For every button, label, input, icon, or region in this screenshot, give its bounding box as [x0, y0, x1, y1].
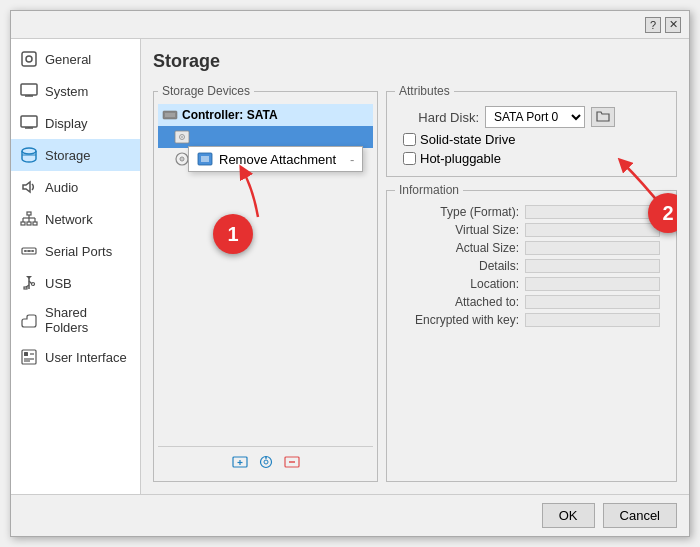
title-bar: ? ✕ — [11, 11, 689, 39]
info-row-encrypted: Encrypted with key: — [395, 311, 660, 329]
svg-point-28 — [32, 283, 35, 286]
sidebar-item-usb-label: USB — [45, 276, 72, 291]
help-button[interactable]: ? — [645, 17, 661, 33]
info-row-actual-size: Actual Size: — [395, 239, 660, 257]
virtual-size-label: Virtual Size: — [395, 223, 525, 237]
close-button[interactable]: ✕ — [665, 17, 681, 33]
controller-label: Controller: SATA — [182, 108, 278, 122]
svg-rect-13 — [27, 222, 31, 225]
info-row-location: Location: — [395, 275, 660, 293]
browse-disk-button[interactable] — [591, 107, 615, 127]
actual-size-value — [525, 241, 660, 255]
hard-disk-row: Hard Disk: SATA Port 0 — [395, 104, 668, 130]
add-hdd-button[interactable] — [229, 451, 251, 473]
location-value — [525, 277, 660, 291]
svg-point-1 — [26, 56, 32, 62]
sidebar-item-shared[interactable]: Shared Folders — [11, 299, 140, 341]
encrypted-value — [525, 313, 660, 327]
attributes-legend: Attributes — [395, 84, 454, 98]
remove-attachment-label[interactable]: Remove Attachment — [219, 152, 336, 167]
svg-rect-5 — [21, 116, 37, 127]
hot-pluggable-label: Hot-pluggable — [420, 151, 501, 166]
svg-point-22 — [24, 250, 26, 252]
sidebar: General System Display — [11, 39, 141, 494]
system-icon — [19, 81, 39, 101]
annotation-1: 1 — [213, 214, 253, 254]
svg-rect-2 — [21, 84, 37, 95]
sidebar-item-display[interactable]: Display — [11, 107, 140, 139]
sidebar-item-network[interactable]: Network — [11, 203, 140, 235]
sidebar-item-shared-label: Shared Folders — [45, 305, 132, 335]
display-icon — [19, 113, 39, 133]
information-legend: Information — [395, 183, 463, 197]
svg-point-24 — [32, 250, 34, 252]
encrypted-label: Encrypted with key: — [395, 313, 525, 327]
svg-rect-11 — [27, 212, 31, 215]
svg-rect-36 — [163, 111, 177, 119]
disk-row[interactable] — [158, 126, 373, 148]
info-row-details: Details: — [395, 257, 660, 275]
storage-devices-fieldset: Storage Devices Controller: SATA — [153, 84, 378, 482]
shared-icon — [19, 310, 39, 330]
svg-rect-30 — [24, 287, 27, 289]
sidebar-item-storage[interactable]: Storage — [11, 139, 140, 171]
add-cdrom-button[interactable] — [255, 451, 277, 473]
attributes-section: Attributes Hard Disk: SATA Port 0 — [386, 84, 677, 482]
actual-size-label: Actual Size: — [395, 241, 525, 255]
sidebar-item-system[interactable]: System — [11, 75, 140, 107]
dialog-footer: OK Cancel — [11, 494, 689, 536]
svg-rect-12 — [21, 222, 25, 225]
storage-devices-section: Storage Devices Controller: SATA — [153, 84, 378, 482]
svg-point-23 — [28, 250, 30, 252]
solid-state-checkbox[interactable] — [403, 133, 416, 146]
hot-pluggable-checkbox[interactable] — [403, 152, 416, 165]
sidebar-item-display-label: Display — [45, 116, 88, 131]
dialog-body: General System Display — [11, 39, 689, 494]
content-area: Storage Devices Controller: SATA — [153, 84, 677, 482]
details-value — [525, 259, 660, 273]
sidebar-item-system-label: System — [45, 84, 88, 99]
remove-button[interactable] — [281, 451, 303, 473]
svg-marker-10 — [23, 182, 30, 192]
network-icon — [19, 209, 39, 229]
sidebar-item-audio[interactable]: Audio — [11, 171, 140, 203]
svg-marker-26 — [26, 276, 32, 279]
storage-devices-legend: Storage Devices — [158, 84, 254, 98]
type-label: Type (Format): — [395, 205, 525, 219]
attached-to-value — [525, 295, 660, 309]
svg-point-48 — [181, 158, 182, 159]
general-icon — [19, 49, 39, 69]
page-title: Storage — [153, 51, 677, 72]
svg-rect-14 — [33, 222, 37, 225]
sidebar-item-network-label: Network — [45, 212, 93, 227]
context-menu-icon — [197, 151, 213, 167]
info-row-type: Type (Format): — [395, 203, 660, 221]
cancel-button[interactable]: Cancel — [603, 503, 677, 528]
svg-point-8 — [22, 148, 36, 154]
sidebar-item-ui-label: User Interface — [45, 350, 127, 365]
information-fieldset: Information Type (Format): Virtual Size: — [386, 183, 677, 482]
context-menu: Remove Attachment - — [188, 146, 363, 172]
storage-dialog: ? ✕ General System Disp — [10, 10, 690, 537]
controller-icon — [162, 107, 178, 123]
serial-icon — [19, 241, 39, 261]
attributes-fieldset: Attributes Hard Disk: SATA Port 0 — [386, 84, 677, 177]
details-label: Details: — [395, 259, 525, 273]
info-rows-container: Type (Format): Virtual Size: Actual Size… — [395, 203, 668, 329]
svg-rect-32 — [24, 352, 28, 356]
storage-toolbar — [158, 446, 373, 477]
storage-icon — [19, 145, 39, 165]
info-row-virtual-size: Virtual Size: — [395, 221, 660, 239]
controller-row[interactable]: Controller: SATA — [158, 104, 373, 126]
remove-attachment-shortcut: - — [350, 152, 354, 167]
sidebar-item-serial-label: Serial Ports — [45, 244, 112, 259]
ok-button[interactable]: OK — [542, 503, 595, 528]
sidebar-item-ui[interactable]: User Interface — [11, 341, 140, 373]
disk-label — [194, 130, 197, 144]
sidebar-item-usb[interactable]: USB — [11, 267, 140, 299]
virtual-size-value — [525, 223, 660, 237]
sidebar-item-serial[interactable]: Serial Ports — [11, 235, 140, 267]
audio-icon — [19, 177, 39, 197]
sidebar-item-general[interactable]: General — [11, 43, 140, 75]
hard-disk-select[interactable]: SATA Port 0 — [485, 106, 585, 128]
